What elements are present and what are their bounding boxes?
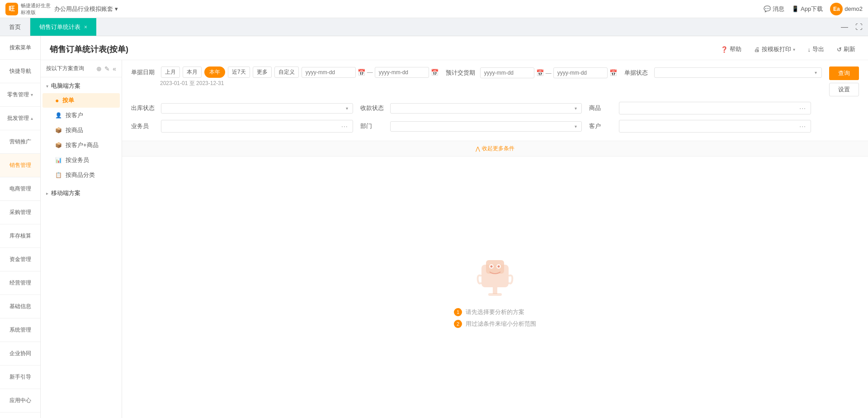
collapse-bar[interactable]: ⋀ 收起更多条件 bbox=[122, 141, 868, 157]
refresh-button[interactable]: ↺ 刷新 bbox=[833, 43, 859, 55]
search-button[interactable]: 查询 bbox=[829, 66, 859, 80]
date-btn-last-month[interactable]: 上月 bbox=[161, 66, 180, 78]
scheme-active-icon: ● bbox=[55, 97, 59, 104]
sidebar-item-inventory[interactable]: 库存核算 bbox=[0, 224, 40, 248]
payment-status-select[interactable]: ▾ bbox=[390, 103, 582, 114]
print-icon: 🖨 bbox=[754, 46, 760, 53]
goods-dots-icon: ··· bbox=[799, 104, 806, 112]
breadcrumb-dropdown[interactable]: 办公用品行业模拟账套 ▾ bbox=[54, 5, 118, 13]
scheme-item-by-order[interactable]: ● 按单 bbox=[42, 93, 120, 108]
salesperson-dots-icon: ··· bbox=[341, 123, 348, 130]
ecommerce-label: 电商管理 bbox=[9, 185, 31, 193]
scheme-item-by-category[interactable]: 📋 按商品分类 bbox=[42, 168, 120, 182]
expected-end-input[interactable] bbox=[553, 67, 608, 78]
expected-dash: — bbox=[546, 70, 552, 76]
user-menu[interactable]: Ea demo2 bbox=[830, 3, 863, 15]
scheme-group-pc-header[interactable]: ▾ 电脑端方案 bbox=[41, 79, 122, 93]
template-print-button[interactable]: 🖨 按模板打印 ▾ bbox=[750, 43, 799, 55]
mobile-expand-icon: ▸ bbox=[46, 191, 48, 196]
department-select[interactable]: ▾ bbox=[390, 121, 582, 132]
delivery-status-select[interactable]: ▾ bbox=[161, 103, 353, 114]
sidebar: 搜索菜单 快捷导航 零售管理 ▾ 批发管理 ▴ 营销推广 销售管理 电商管理 采… bbox=[0, 36, 41, 418]
sidebar-item-search[interactable]: 搜索菜单 bbox=[0, 36, 40, 60]
sidebar-item-guide[interactable]: 新手引导 bbox=[0, 366, 40, 389]
date-btn-7days[interactable]: 近7天 bbox=[228, 66, 250, 78]
sidebar-item-ecommerce[interactable]: 电商管理 bbox=[0, 177, 40, 201]
calendar-end-icon[interactable]: 📅 bbox=[431, 69, 439, 76]
left-scheme-panel: 按以下方案查询 ⊕ ✎ « ▾ 电脑端方案 ● 按单 bbox=[41, 60, 122, 418]
department-label: 部门 bbox=[360, 122, 387, 130]
empty-tip-1: 1 请先选择要分析的方案 bbox=[454, 308, 536, 316]
help-label: 帮助 bbox=[730, 45, 741, 53]
sidebar-item-finance[interactable]: 资金管理 bbox=[0, 248, 40, 271]
sidebar-item-basics[interactable]: 基础信息 bbox=[0, 295, 40, 318]
tab-close-icon[interactable]: × bbox=[84, 24, 87, 30]
scheme-item-by-customer-goods[interactable]: 📦 按客户+商品 bbox=[42, 138, 120, 152]
sidebar-item-purchase[interactable]: 采购管理 bbox=[0, 201, 40, 224]
top-bar-right: 💬 消息 📱 App下载 Ea demo2 bbox=[764, 3, 863, 15]
window-minimize-icon[interactable]: — bbox=[839, 21, 850, 33]
scheme-item-by-customer[interactable]: 👤 按客户 bbox=[42, 108, 120, 123]
print-chevron-icon: ▾ bbox=[793, 47, 795, 52]
empty-illustration bbox=[468, 247, 522, 301]
payment-status-label: 收款状态 bbox=[360, 104, 387, 112]
operations-label: 经营管理 bbox=[9, 279, 31, 287]
add-scheme-icon[interactable]: ⊕ bbox=[96, 65, 102, 72]
marketing-label: 营销推广 bbox=[9, 138, 31, 146]
date-btn-custom[interactable]: 自定义 bbox=[274, 66, 299, 78]
content-area: 销售订单统计表(按单) ❓ 帮助 🖨 按模板打印 ▾ ↓ 导出 ↺ 刷新 bbox=[41, 36, 868, 418]
goods-selector[interactable]: ··· bbox=[619, 102, 811, 114]
goods-scheme-icon: 📦 bbox=[55, 127, 62, 133]
scheme-customer-label: 按客户 bbox=[66, 111, 83, 119]
refresh-icon: ↺ bbox=[837, 46, 842, 53]
tab-home[interactable]: 首页 bbox=[0, 18, 30, 36]
tab-sales-order[interactable]: 销售订单统计表 × bbox=[30, 18, 96, 36]
expected-start-input[interactable] bbox=[480, 67, 534, 78]
download-icon: 📱 bbox=[792, 5, 799, 12]
scheme-group-mobile-header[interactable]: ▸ 移动端方案 bbox=[41, 186, 122, 200]
sidebar-item-shortcuts[interactable]: 快捷导航 bbox=[0, 60, 40, 83]
date-btn-this-month[interactable]: 本月 bbox=[183, 66, 202, 78]
bill-status-select[interactable]: ▾ bbox=[654, 67, 822, 78]
collapse-panel-icon[interactable]: « bbox=[113, 65, 116, 72]
sidebar-item-system[interactable]: 系统管理 bbox=[0, 318, 40, 342]
date-btn-this-year[interactable]: 本年 bbox=[204, 66, 225, 78]
date-btn-more[interactable]: 更多 bbox=[253, 66, 272, 78]
svg-point-4 bbox=[491, 266, 493, 268]
calendar-start-icon[interactable]: 📅 bbox=[358, 69, 365, 76]
date-end-input[interactable] bbox=[375, 67, 429, 78]
help-button[interactable]: ❓ 帮助 bbox=[717, 43, 745, 55]
collapse-icon: ⋀ bbox=[476, 146, 480, 152]
sidebar-item-operations[interactable]: 经营管理 bbox=[0, 271, 40, 295]
scheme-item-by-goods[interactable]: 📦 按商品 bbox=[42, 123, 120, 138]
sidebar-item-enterprise[interactable]: 企业协同 bbox=[0, 342, 40, 366]
sidebar-item-wholesale[interactable]: 批发管理 ▴ bbox=[0, 107, 40, 130]
sidebar-item-marketing[interactable]: 营销推广 bbox=[0, 130, 40, 154]
settings-button[interactable]: 设置 bbox=[829, 83, 859, 96]
right-content: 单据日期 上月 本月 本年 近7天 更多 自定义 📅 — bbox=[122, 60, 868, 418]
svg-point-5 bbox=[498, 266, 500, 268]
sidebar-item-sales[interactable]: 销售管理 bbox=[0, 154, 40, 177]
help-icon: ❓ bbox=[721, 46, 728, 53]
window-maximize-icon[interactable]: ⛶ bbox=[854, 21, 864, 33]
edit-scheme-icon[interactable]: ✎ bbox=[104, 65, 110, 72]
avatar: Ea bbox=[830, 3, 843, 15]
sidebar-item-apps[interactable]: 应用中心 bbox=[0, 389, 40, 413]
expected-calendar-start-icon[interactable]: 📅 bbox=[536, 69, 544, 76]
salesperson-scheme-icon: 📊 bbox=[55, 157, 62, 163]
sidebar-item-wechat[interactable]: 企业微信 bbox=[0, 413, 40, 418]
expected-calendar-end-icon[interactable]: 📅 bbox=[609, 69, 617, 76]
scheme-item-by-salesperson[interactable]: 📊 按业务员 bbox=[42, 153, 120, 167]
date-start-input[interactable] bbox=[302, 67, 356, 78]
tab-bar-actions: — ⛶ bbox=[839, 21, 868, 33]
sidebar-item-retail[interactable]: 零售管理 ▾ bbox=[0, 83, 40, 107]
salesperson-selector[interactable]: ··· bbox=[161, 120, 353, 133]
export-button[interactable]: ↓ 导出 bbox=[804, 43, 828, 55]
message-action[interactable]: 💬 消息 bbox=[764, 5, 784, 13]
app-download-action[interactable]: 📱 App下载 bbox=[792, 5, 823, 13]
left-panel-header: 按以下方案查询 ⊕ ✎ « bbox=[41, 60, 122, 77]
date-input-group: 📅 — 📅 bbox=[302, 67, 439, 78]
customer-selector[interactable]: ··· bbox=[619, 120, 811, 133]
collapse-label: 收起更多条件 bbox=[482, 145, 514, 152]
date-range-text: 2023-01-01 至 2023-12-31 bbox=[160, 80, 439, 87]
